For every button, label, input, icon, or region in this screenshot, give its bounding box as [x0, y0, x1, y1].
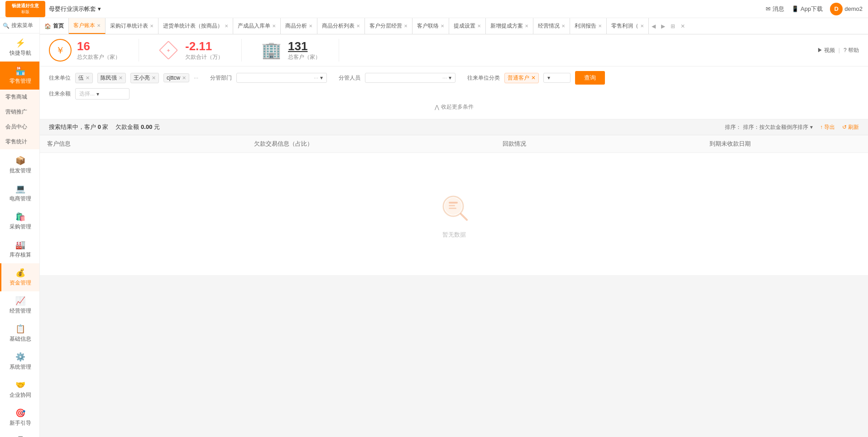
tab-close-customer-accounts[interactable]: ✕ — [97, 23, 101, 28]
tab-ops-status[interactable]: 经营情况 ✕ — [533, 18, 570, 34]
tab-prev-btn[interactable]: ◀ — [649, 23, 658, 29]
tab-close-reminder[interactable]: ✕ — [477, 24, 481, 28]
sidebar-item-purchase[interactable]: 🛍️ 采购管理 — [0, 207, 39, 235]
tab-close-product-analysis[interactable]: ✕ — [309, 24, 312, 28]
tab-next-btn[interactable]: ▶ — [658, 23, 668, 29]
tab-close-ops[interactable]: ✕ — [561, 24, 565, 28]
filter-tag-wang: 王小亮 ✕ — [130, 73, 159, 83]
sidebar-item-wholesale[interactable]: 📦 批发管理 — [0, 151, 39, 179]
col-debt-info: 欠款交易信息（占比） — [247, 135, 495, 153]
company-name: 母婴行业演示帐套 — [49, 5, 96, 13]
sidebar-item-retail-mgmt[interactable]: 🏪 零售管理 — [0, 62, 39, 90]
tab-customer-tier[interactable]: 客户分层经营 ✕ — [365, 18, 412, 34]
table-header: 客户信息 欠款交易信息（占比） 回款情况 到期未收款日期 — [40, 135, 868, 153]
tab-new-achieve[interactable]: 新增提成方案 ✕ — [486, 18, 533, 34]
tab-close-new-achieve[interactable]: ✕ — [525, 24, 528, 28]
tab-close-incoming[interactable]: ✕ — [225, 24, 228, 28]
tab-purchase-order-stats-label: 采购订单统计表 — [110, 22, 148, 30]
tag-wang-text: 王小亮 — [134, 74, 150, 82]
refresh-icon: ↺ — [842, 124, 847, 130]
tag-cj-remove[interactable]: ✕ — [182, 75, 186, 81]
new-guide-label: 新手引导 — [10, 419, 31, 427]
search-menu-btn[interactable]: 🔍 搜索菜单 — [0, 18, 39, 33]
export-btn[interactable]: ↑ 导出 — [820, 124, 835, 131]
phone-icon: 📱 — [791, 5, 799, 12]
sidebar-item-ops[interactable]: 📈 经营管理 — [0, 291, 39, 319]
wholesale-icon: 📦 — [15, 156, 25, 166]
debt-label: 欠款金额 — [115, 124, 139, 130]
more-tags-btn[interactable]: ··· — [194, 75, 198, 81]
person-select[interactable]: ··· ▾ — [365, 73, 456, 83]
tab-profit-report[interactable]: 利润报告 ✕ — [570, 18, 607, 34]
company-selector[interactable]: 母婴行业演示帐套 ▾ — [49, 5, 101, 13]
company-dropdown-icon[interactable]: ▾ — [98, 5, 101, 12]
unit-label: 往来单位 — [49, 74, 71, 82]
avatar: D — [830, 3, 843, 15]
tab-retail-profit[interactable]: 零售利润（ ✕ — [607, 18, 649, 34]
building-icon: 🏢 — [261, 41, 282, 60]
sidebar-item-ecom[interactable]: 💻 电商管理 — [0, 179, 39, 207]
sidebar: 🔍 搜索菜单 ⚡ 快捷导航 🏪 零售管理 零售商城 营销推广 会员中心 零售统计 — [0, 18, 40, 437]
marketing-item[interactable]: 营销推广 — [0, 104, 39, 119]
sidebar-item-new-guide[interactable]: 🎯 新手引导 — [0, 404, 39, 432]
classify-select[interactable]: ▾ — [543, 73, 571, 83]
retail-stats-item[interactable]: 零售统计 — [0, 134, 39, 149]
tab-close-customer-tier[interactable]: ✕ — [404, 24, 408, 28]
tab-close-purchase[interactable]: ✕ — [150, 24, 153, 28]
balance-select[interactable]: 选择... ▾ — [75, 88, 129, 100]
collapse-btn[interactable]: ⋀ 收起更多条件 — [435, 103, 474, 111]
sidebar-item-sys[interactable]: ⚙️ 系统管理 — [0, 347, 39, 375]
help-btn[interactable]: ? 帮助 — [844, 47, 859, 54]
tag-cj-text: cjttcw — [167, 75, 180, 81]
collapse-up-icon: ⋀ — [435, 104, 439, 110]
retail-mall-item[interactable]: 零售商城 — [0, 90, 39, 104]
sidebar-item-basic-info[interactable]: 📋 基础信息 — [0, 319, 39, 347]
tab-customer-accounts[interactable]: 客户账本 ✕ — [69, 18, 106, 34]
message-btn[interactable]: ✉ 消息 — [766, 5, 784, 13]
tab-customer-contact[interactable]: 客户联络 ✕ — [412, 18, 449, 34]
tab-close-product-analysis-list[interactable]: ✕ — [356, 24, 360, 28]
col-customer-info: 客户信息 — [40, 135, 247, 153]
empty-text: 暂无数据 — [442, 231, 466, 239]
tab-new-achieve-label: 新增提成方案 — [490, 22, 523, 30]
tag-wang-remove[interactable]: ✕ — [152, 75, 156, 81]
col-due-date: 到期未收款日期 — [702, 135, 868, 153]
member-center-item[interactable]: 会员中心 — [0, 119, 39, 134]
user-menu[interactable]: D demo2 — [830, 3, 863, 15]
tab-purchase-order-stats[interactable]: 采购订单统计表 ✕ — [106, 18, 158, 34]
svg-rect-4 — [449, 202, 458, 204]
tab-bar: 🏠 首页 客户账本 ✕ 采购订单统计表 ✕ 进货单统计表（按商品） ✕ 产成品入… — [40, 18, 868, 34]
tab-close-retail-profit[interactable]: ✕ — [640, 24, 644, 28]
tab-close-product-entry[interactable]: ✕ — [272, 24, 276, 28]
classify-tag-remove[interactable]: ✕ — [531, 75, 536, 81]
tag-chen-remove[interactable]: ✕ — [119, 75, 123, 81]
sidebar-item-inventory[interactable]: 🏭 库存核算 — [0, 235, 39, 263]
sidebar-item-finance[interactable]: 💰 资金管理 — [0, 263, 39, 291]
sidebar-item-quick-nav[interactable]: ⚡ 快捷导航 — [0, 33, 39, 62]
video-btn[interactable]: ▶ 视频 — [817, 47, 835, 54]
tab-customer-contact-label: 客户联络 — [417, 22, 439, 30]
tab-close-customer-contact[interactable]: ✕ — [441, 24, 444, 28]
tab-home[interactable]: 🏠 首页 — [40, 18, 69, 34]
yuan-circle-icon: ￥ — [49, 39, 72, 62]
app-download-btn[interactable]: 📱 App下载 — [791, 5, 823, 13]
tab-product-entry[interactable]: 产成品入库单 ✕ — [233, 18, 281, 34]
dept-select[interactable]: ··· ▾ — [236, 73, 327, 83]
tag-wu-remove[interactable]: ✕ — [86, 75, 90, 81]
retail-mgmt-icon: 🏪 — [15, 66, 25, 76]
sidebar-item-enterprise-coop[interactable]: 🤝 企业协同 — [0, 375, 39, 404]
tab-expand-btn[interactable]: ⊞ — [668, 23, 678, 29]
sort-select[interactable]: 排序： 排序：按欠款金额倒序排序 ▾ — [725, 124, 813, 131]
tab-close-profit[interactable]: ✕ — [598, 24, 602, 28]
sidebar-item-app-center[interactable]: 📱 应用中心 — [0, 432, 39, 437]
sys-icon: ⚙️ — [15, 352, 25, 362]
col-repayment: 回款情况 — [495, 135, 702, 153]
query-btn[interactable]: 查询 — [575, 71, 605, 85]
tab-reminder-settings[interactable]: 提成设置 ✕ — [449, 18, 486, 34]
tab-product-analysis[interactable]: 商品分析 ✕ — [281, 18, 317, 34]
finance-label: 资金管理 — [10, 279, 31, 287]
tab-incoming-stats[interactable]: 进货单统计表（按商品） ✕ — [158, 18, 233, 34]
tab-close-all-btn[interactable]: ✕ — [678, 23, 688, 29]
refresh-btn[interactable]: ↺ 刷新 — [842, 124, 859, 131]
tab-product-analysis-list[interactable]: 商品分析列表 ✕ — [317, 18, 365, 34]
